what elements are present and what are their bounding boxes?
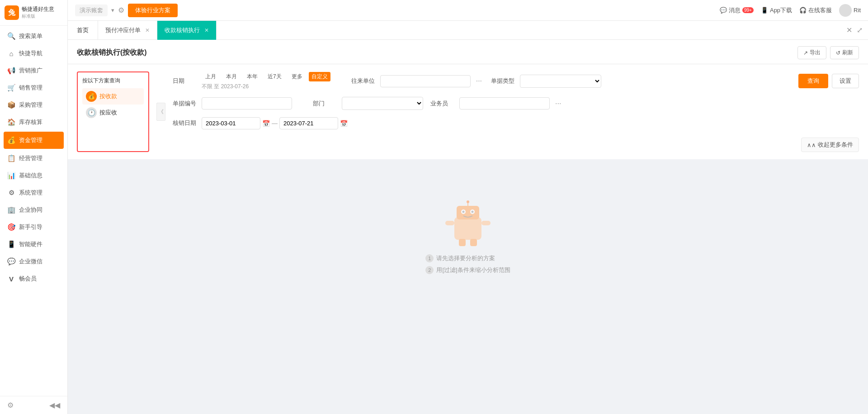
date-more[interactable]: 更多: [288, 71, 306, 82]
system-icon: ⚙: [7, 189, 15, 197]
tab-prepaid[interactable]: 预付冲应付单 ✕: [98, 21, 157, 40]
guide-icon: 🎯: [7, 223, 15, 231]
staff-filter-item: 业务员 ···: [430, 97, 563, 109]
industry-button[interactable]: 体验行业方案: [128, 4, 178, 17]
tabbar: 首页 预付冲应付单 ✕ 收款核销执行 ✕ ✕ ⤢: [68, 21, 868, 40]
sidebar-item-system[interactable]: ⚙ 系统管理: [0, 184, 67, 201]
message-label: 消息: [729, 6, 741, 14]
page-header: 收款核销执行(按收款) ↗ 导出 ↺ 刷新: [68, 40, 868, 64]
app-name: 畅捷通好生意: [22, 6, 54, 13]
date-custom[interactable]: 自定义: [309, 72, 330, 81]
dept-label: 部门: [313, 100, 338, 108]
empty-step-1: 1 请先选择要分析的方案: [425, 254, 510, 262]
filter-row-2: 单据编号 部门 业务员 ···: [173, 97, 859, 110]
tab-writeoff-close[interactable]: ✕: [204, 27, 209, 33]
quick-nav-icon: ⌂: [7, 50, 15, 57]
voucher-type-select[interactable]: [520, 75, 601, 88]
tab-prepaid-label: 预付冲应付单: [105, 26, 141, 34]
export-button[interactable]: ↗ 导出: [797, 46, 826, 59]
footer-collapse-icon[interactable]: ◀◀: [49, 401, 60, 409]
svg-point-4: [462, 211, 465, 213]
message-badge: 99+: [742, 7, 754, 13]
sidebar-item-guide[interactable]: 🎯 新手引导: [0, 219, 67, 236]
filter-area: 按以下方案查询 💰 按收款 🕐 按应收 《 日期: [68, 64, 868, 159]
date-dash: —: [272, 120, 278, 127]
filter-option-by-receivable[interactable]: 🕐 按应收: [82, 105, 144, 121]
sidebar-item-purchase[interactable]: 📦 采购管理: [0, 96, 67, 114]
partner-input[interactable]: [380, 75, 471, 87]
empty-state: 1 请先选择要分析的方案 2 用[过滤]条件来缩小分析范围: [68, 163, 868, 310]
staff-input[interactable]: [459, 97, 550, 109]
sidebar-item-finance[interactable]: 💰 资金管理: [4, 132, 64, 149]
sidebar-item-quick-nav[interactable]: ⌂ 快捷导航: [0, 45, 67, 62]
sidebar-item-search-menu[interactable]: 🔍 搜索菜单: [0, 28, 67, 45]
partner-more-icon[interactable]: ···: [474, 77, 484, 85]
online-service-label: 在线客服: [808, 6, 832, 14]
sidebar-item-label: 企业协同: [19, 206, 42, 214]
settings-button[interactable]: 设置: [832, 74, 859, 88]
app-download-label: App下载: [770, 6, 792, 14]
date-label: 日期: [173, 77, 198, 85]
more-conditions-label: 收起更多条件: [818, 141, 853, 149]
svg-rect-11: [470, 239, 477, 246]
filter-option-by-receipt[interactable]: 💰 按收款: [82, 88, 144, 105]
sidebar-item-operations[interactable]: 📋 经营管理: [0, 150, 67, 167]
by-receipt-icon: 💰: [86, 91, 97, 102]
voucher-no-input[interactable]: [202, 97, 292, 109]
wechat-icon: 💬: [7, 257, 15, 266]
topbar: 演示账套 ▾ ⚙ 体验行业方案 💬 消息 99+ 📱 App下载 🎧 在线客服 …: [68, 0, 868, 21]
sidebar: 兔 畅捷通好生意 标准版 🔍 搜索菜单 ⌂ 快捷导航 📢 营销推广 🛒 销售管理…: [0, 0, 68, 414]
company-dropdown-icon[interactable]: ▾: [111, 7, 114, 14]
date-this-month[interactable]: 本月: [222, 71, 241, 82]
sidebar-item-wechat[interactable]: 💬 企业微信: [0, 253, 67, 270]
main-content: 演示账套 ▾ ⚙ 体验行业方案 💬 消息 99+ 📱 App下载 🎧 在线客服 …: [68, 0, 868, 414]
tab-writeoff[interactable]: 收款核销执行 ✕: [157, 21, 217, 40]
sidebar-item-label: 资金管理: [19, 136, 42, 144]
refresh-icon: ↺: [836, 50, 840, 56]
date-buttons-group: 上月 本月 本年 近7天 更多 自定义: [202, 71, 330, 82]
sidebar-item-label: 经营管理: [19, 154, 42, 162]
more-conditions-toggle[interactable]: ∧∧ 收起更多条件: [801, 138, 859, 152]
search-menu-icon: 🔍: [7, 32, 15, 40]
sidebar-item-label: 库存核算: [19, 118, 42, 126]
staff-label: 业务员: [430, 100, 456, 108]
date-last-month[interactable]: 上月: [202, 71, 220, 82]
online-service-button[interactable]: 🎧 在线客服: [799, 6, 832, 14]
sidebar-footer: ⚙ ◀◀: [0, 396, 67, 414]
writeoff-date-end-input[interactable]: [279, 117, 338, 129]
inventory-icon: 🏠: [7, 118, 15, 126]
sidebar-item-vip[interactable]: V 畅会员: [0, 270, 67, 287]
tab-home[interactable]: 首页: [68, 21, 98, 40]
sidebar-item-inventory[interactable]: 🏠 库存核算: [0, 114, 67, 131]
voucher-type-filter-item: 单据类型: [491, 75, 601, 88]
tab-prepaid-close[interactable]: ✕: [145, 27, 150, 33]
sidebar-item-hardware[interactable]: 📱 智能硬件: [0, 236, 67, 253]
dept-select[interactable]: [342, 97, 423, 110]
topbar-settings-icon[interactable]: ⚙: [118, 6, 124, 14]
sidebar-item-marketing[interactable]: 📢 营销推广: [0, 62, 67, 79]
collapse-button[interactable]: 《: [156, 103, 165, 121]
tab-close-all-icon[interactable]: ✕: [846, 26, 852, 34]
app-download-button[interactable]: 📱 App下载: [761, 6, 792, 14]
sidebar-item-label: 系统管理: [19, 189, 42, 197]
sidebar-item-basic-info[interactable]: 📊 基础信息: [0, 167, 67, 184]
footer-settings-icon[interactable]: ⚙: [7, 401, 14, 409]
date-this-year[interactable]: 本年: [243, 71, 261, 82]
calendar-start-icon[interactable]: 📅: [262, 120, 270, 127]
sidebar-item-sales[interactable]: 🛒 销售管理: [0, 79, 67, 96]
date-7days[interactable]: 近7天: [264, 71, 285, 82]
hardware-icon: 📱: [7, 240, 15, 248]
tab-home-label: 首页: [77, 26, 89, 34]
sidebar-item-enterprise[interactable]: 🏢 企业协同: [0, 201, 67, 219]
date-section: 上月 本月 本年 近7天 更多 自定义 不限 至 2023-07-26: [202, 71, 330, 90]
writeoff-date-label: 核销日期: [173, 119, 198, 127]
search-button[interactable]: 查询: [798, 74, 828, 88]
user-name-area[interactable]: Rit: [839, 4, 861, 17]
message-button[interactable]: 💬 消息 99+: [720, 6, 754, 14]
tab-expand-icon[interactable]: ⤢: [857, 26, 863, 34]
operations-icon: 📋: [7, 154, 15, 162]
staff-more-icon[interactable]: ···: [553, 100, 563, 108]
writeoff-date-start-input[interactable]: [202, 117, 260, 129]
refresh-button[interactable]: ↺ 刷新: [830, 46, 859, 59]
calendar-end-icon[interactable]: 📅: [340, 120, 348, 127]
